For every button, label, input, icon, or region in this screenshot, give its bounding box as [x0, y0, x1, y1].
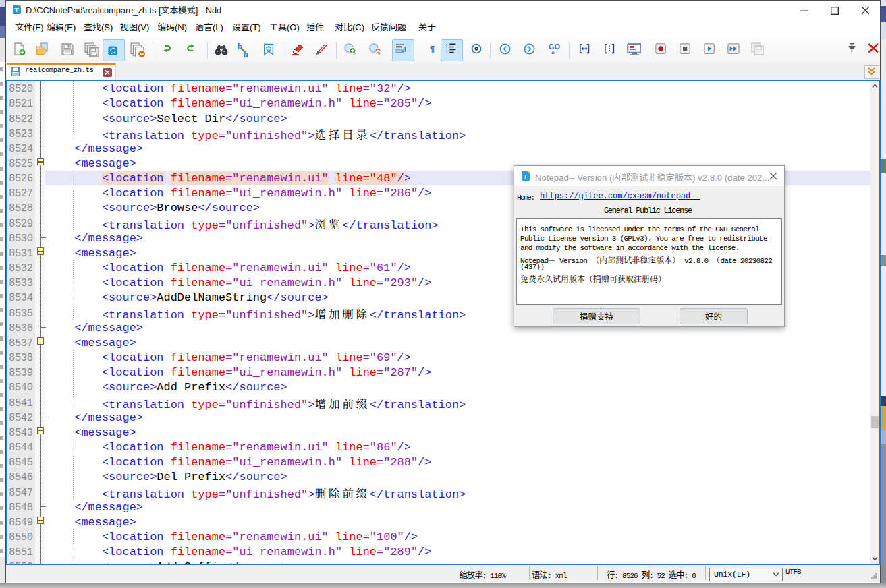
svg-text:¶: ¶: [430, 44, 435, 54]
svg-text:b: b: [238, 42, 242, 51]
svg-text:T: T: [524, 173, 528, 180]
svg-text:T: T: [15, 7, 19, 13]
svg-text:»: »: [551, 49, 555, 56]
